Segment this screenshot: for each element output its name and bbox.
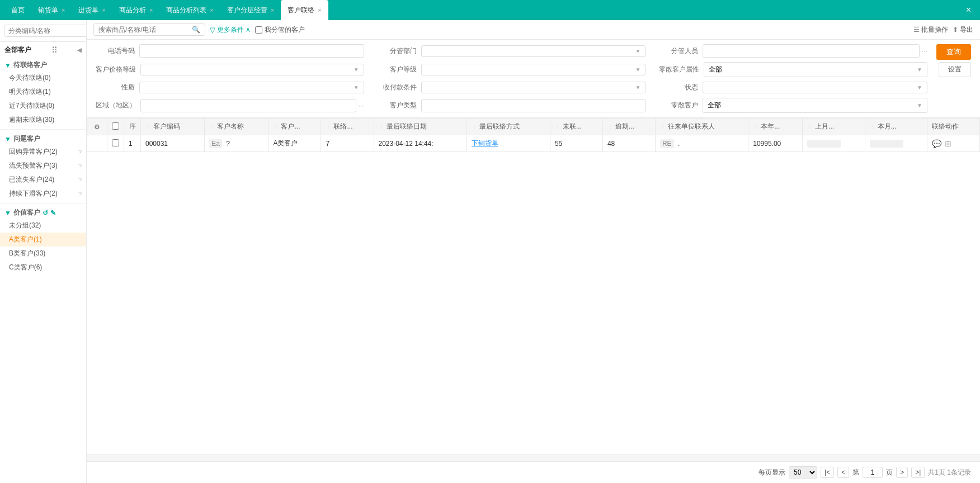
qrcode-action-icon[interactable]: ⊞ (945, 139, 951, 148)
my-customers-checkbox[interactable] (255, 26, 262, 34)
toolbar-search-icon[interactable]: 🔍 (192, 26, 200, 34)
filter-status-select[interactable]: ▼ (703, 82, 927, 93)
th-not-contacted[interactable]: ⋮未联... (550, 119, 602, 135)
horizontal-scrollbar[interactable] (87, 454, 980, 461)
filter-payment-label: 收付款条件 (378, 83, 417, 92)
th-last-month[interactable]: ⋮上月... (803, 119, 865, 135)
toolbar-search-input[interactable] (98, 26, 190, 34)
sidebar-item-a-class[interactable]: A类客户(1) (0, 233, 86, 247)
filter-manager-dots-icon[interactable]: ··· (922, 47, 927, 55)
page-input[interactable] (863, 467, 883, 478)
sidebar-item-c-class[interactable]: C类客户(6) (0, 261, 86, 274)
my-customers-checkbox-area[interactable]: 我分管的客户 (255, 25, 305, 35)
nav-customer-contact[interactable]: 客户联络 × (281, 0, 328, 20)
th-this-year[interactable]: ⋮本年... (748, 119, 803, 135)
prev-page-btn[interactable]: < (837, 467, 849, 478)
filter-region-dots-icon[interactable]: ··· (359, 102, 364, 110)
nav-product-analysis[interactable]: 商品分析 × (112, 0, 159, 20)
batch-op-btn[interactable]: ☰ 批量操作 (913, 25, 948, 35)
th-customer-name[interactable]: ⋮客户名称 (205, 119, 268, 135)
nav-sales-order[interactable]: 销货单 × (31, 0, 72, 20)
query-button[interactable]: 查询 (936, 44, 971, 60)
filter-phone-input[interactable] (139, 44, 364, 58)
filter-dept-label: 分管部门 (378, 46, 417, 56)
filter-more-conditions[interactable]: ▽ 更多条件 ∧ (210, 25, 251, 35)
sidebar-item-tomorrow[interactable]: 明天待联络(1) (0, 85, 86, 99)
sidebar-group-pending: ▼ 待联络客户 (0, 58, 86, 71)
filter-cell-payment: 收付款条件 ▼ (378, 82, 646, 93)
filter-retail-customer-select[interactable]: 全部 ▼ (703, 98, 927, 113)
filter-price-level-select[interactable]: ▼ (140, 64, 364, 75)
sidebar-group-problem: ▼ 问题客户 (0, 132, 86, 145)
price-level-arrow: ▼ (354, 67, 359, 73)
select-all-checkbox[interactable] (112, 122, 119, 130)
filter-retail-attr-select[interactable]: 全部 ▼ (704, 62, 927, 77)
td-name: Ea ? (205, 135, 268, 152)
th-this-month[interactable]: ⋮本月... (865, 119, 927, 135)
export-btn[interactable]: ⬆ 导出 (953, 25, 973, 35)
filter-dropdown-icon: ∧ (246, 26, 251, 34)
export-label: 导出 (960, 25, 973, 35)
th-customer-code[interactable]: ⋮客户编码 (141, 119, 205, 135)
close-sales-order-icon[interactable]: × (62, 7, 65, 13)
td-check[interactable] (107, 135, 124, 152)
row-action-area: 💬 ⊞ (932, 139, 975, 148)
sidebar-dots-icon: ⠿ (51, 46, 57, 55)
nav-product-analysis-list[interactable]: 商品分析列表 × (159, 0, 220, 20)
th-num: 序 (124, 119, 141, 135)
sidebar-all-customers-header[interactable]: 全部客户 ⠿ ◀ (0, 42, 86, 58)
filter-dept-select[interactable]: ▼ (421, 45, 646, 57)
th-customer-type[interactable]: ⋮客户... (268, 119, 321, 135)
next-page-btn[interactable]: > (896, 467, 908, 478)
nav-customer-stratification[interactable]: 客户分层经营 × (220, 0, 281, 20)
sidebar-item-declining[interactable]: 持续下滑客户(2) ? (0, 187, 86, 201)
th-check[interactable] (107, 119, 124, 135)
close-customer-stratification-icon[interactable]: × (271, 7, 274, 13)
filter-manager-input[interactable] (703, 44, 920, 58)
last-page-btn[interactable]: >| (911, 467, 925, 478)
sidebar-item-today[interactable]: 今天待联络(0) (0, 71, 86, 85)
th-last-contact-date[interactable]: ⋮最后联络日期 (374, 119, 467, 135)
th-last-contact-method[interactable]: ⋮最后联络方式 (467, 119, 550, 135)
close-customer-contact-icon[interactable]: × (318, 7, 321, 13)
help-icon-3: ? (78, 177, 82, 183)
close-product-analysis-list-icon[interactable]: × (210, 7, 213, 13)
last-contact-method-link[interactable]: 下销货单 (472, 139, 498, 147)
close-all-btn[interactable]: × (962, 5, 976, 15)
td-last-contact-method[interactable]: 下销货单 (467, 135, 550, 152)
th-contact-count[interactable]: ⋮联络... (321, 119, 374, 135)
sidebar-item-7days[interactable]: 近7天待联络(0) (0, 99, 86, 113)
nav-purchase-order[interactable]: 进货单 × (72, 0, 112, 20)
filter-customer-level-select[interactable]: ▼ (421, 64, 646, 75)
th-unit-contact[interactable]: ⋮往来单位联系人 (655, 119, 748, 135)
sidebar-item-repurchase-abnormal[interactable]: 回购异常客户(2) ? (0, 145, 86, 159)
filter-nature-select[interactable]: ▼ (139, 82, 364, 93)
filter-actions: 查询 设置 (927, 44, 971, 77)
chat-action-icon[interactable]: 💬 (932, 139, 941, 148)
th-overdue[interactable]: ⋮逾期... (602, 119, 655, 135)
close-purchase-order-icon[interactable]: × (102, 7, 105, 13)
filter-payment-select[interactable]: ▼ (421, 82, 646, 93)
value-group-edit-icon[interactable]: ✎ (50, 209, 56, 217)
settings-button[interactable]: 设置 (939, 62, 971, 77)
sidebar-group-value: ▼ 价值客户 ↺ ✎ (0, 206, 86, 219)
filter-region-input[interactable] (140, 99, 356, 112)
first-page-btn[interactable]: |< (821, 467, 834, 478)
filter-customer-type-input[interactable] (421, 99, 646, 112)
sidebar-search-input[interactable] (4, 25, 87, 37)
per-page-select[interactable]: 50 100 200 (789, 466, 817, 479)
sidebar-item-churn-warning[interactable]: 流失预警客户(3) ? (0, 159, 86, 173)
close-product-analysis-icon[interactable]: × (149, 7, 153, 13)
sidebar-item-b-class[interactable]: B类客户(33) (0, 247, 86, 261)
main-layout: 🔍 全部客户 ⠿ ◀ ▼ 待联络客户 今天待联络(0) 明天待联络(1) 近7天… (0, 20, 980, 483)
help-icon-1: ? (78, 149, 82, 155)
sidebar-item-ungrouped[interactable]: 未分组(32) (0, 219, 86, 233)
nav-home[interactable]: 首页 (4, 0, 31, 20)
sidebar-item-overdue[interactable]: 逾期未联络(30) (0, 113, 86, 127)
th-gear[interactable]: ⚙ (87, 119, 107, 135)
filter-row-2: 客户价格等级 ▼ 客户等级 ▼ (96, 62, 927, 77)
row-checkbox[interactable] (112, 139, 119, 146)
sidebar-collapse-icon[interactable]: ◀ (77, 47, 82, 53)
sidebar-item-churned[interactable]: 已流失客户(24) ? (0, 173, 86, 187)
value-group-refresh-icon[interactable]: ↺ (43, 209, 48, 217)
